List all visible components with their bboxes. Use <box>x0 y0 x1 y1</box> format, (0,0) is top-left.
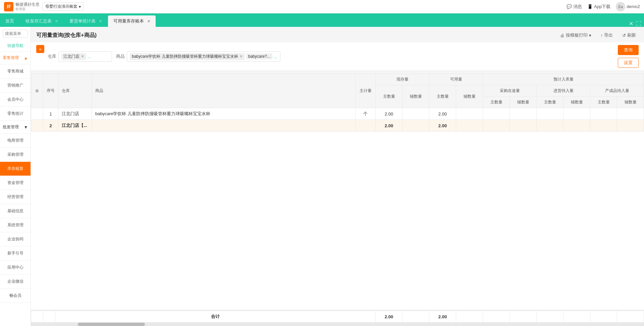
col-group-planned: 预计入库量 <box>483 74 644 85</box>
footer-settings <box>31 311 43 323</box>
print-icon: 🖨 <box>560 33 565 38</box>
filter-expand-btn[interactable]: » <box>36 45 44 53</box>
footer-stock-main: 2.00 <box>376 311 402 323</box>
sidebar-item-zero-sales[interactable]: 零售管理 ▲ <box>0 52 31 64</box>
logo-icon: 好 <box>4 2 13 11</box>
cell-pending-aux <box>564 108 590 120</box>
tab-home[interactable]: 首页 <box>0 15 19 27</box>
sidebar-item-basic-info[interactable]: 基础信息 <box>0 204 31 218</box>
tab-receivable[interactable]: 收发存汇总表 ✕ <box>20 15 63 27</box>
filter-action-btns: 查询 设置 <box>618 45 639 68</box>
footer-avail-main: 2.00 <box>429 311 456 323</box>
sidebar-item-vip-member[interactable]: 畅会员 <box>0 289 31 303</box>
tab-order-stats-close[interactable]: ✕ <box>99 19 102 24</box>
download-icon: 📱 <box>587 4 593 9</box>
cell-unit: 个 <box>356 108 376 120</box>
sidebar-item-wholesale[interactable]: 批发管理 ▼ <box>0 121 31 134</box>
sidebar-item-enterprise-wechat[interactable]: 企业微信 <box>0 275 31 289</box>
product-more[interactable]: ... <box>274 54 277 59</box>
sidebar: 快捷导航 零售管理 ▲ 零售商城 营销推广 会员中心 零售统计 批发管理 ▼ 电… <box>0 27 31 326</box>
sidebar-item-app-center[interactable]: 应用中心 <box>0 261 31 275</box>
col-group-available: 可用量 <box>429 74 483 85</box>
content-area: 可用量查询(按仓库+商品) 🖨 按模板打印 ▾ ↑ 导出 ↺ 刷新 » <box>31 27 644 326</box>
user-menu[interactable]: Ea demo2 <box>616 2 640 11</box>
subtotal-settings <box>31 120 43 132</box>
cell-avail-main: 2.00 <box>429 108 456 120</box>
warehouse-input[interactable]: 江北门店 ✕ ... <box>58 51 112 62</box>
industry-select[interactable]: 母婴行业演示账套 ▾ <box>42 2 84 11</box>
footer-p2a <box>564 311 590 323</box>
warehouse-tag-remove[interactable]: ✕ <box>81 54 84 59</box>
chevron-down-icon: ▾ <box>79 4 81 9</box>
sidebar-item-purchase[interactable]: 采购管理 <box>0 148 31 162</box>
tab-receivable-close[interactable]: ✕ <box>55 19 58 24</box>
print-btn[interactable]: 🖨 按模板打印 ▾ <box>557 31 594 40</box>
tab-order-stats[interactable]: 要货单统计表 ✕ <box>64 15 107 27</box>
col-production-in: 产成品待入量 <box>590 85 644 97</box>
col-purchase-in: 采购在途量 <box>483 85 537 97</box>
table-container: ⚙ 序号 仓库 商品 主计量 现存量 可用量 预计入库量 主数量 辅数量 主数量… <box>31 74 644 310</box>
chevron-down-icon: ▼ <box>24 125 28 130</box>
query-btn[interactable]: 查询 <box>618 45 639 55</box>
footer-p2m <box>537 311 564 323</box>
sidebar-item-retail-stats[interactable]: 零售统计 <box>0 107 31 121</box>
sidebar-item-ecommerce[interactable]: 电商管理 <box>0 134 31 148</box>
page-actions: 🖨 按模板打印 ▾ ↑ 导出 ↺ 刷新 <box>557 31 639 40</box>
tab-inventory-book[interactable]: 可用量库存账本 ✕ <box>108 15 156 27</box>
sidebar-item-fast-nav[interactable]: 快捷导航 <box>0 40 31 52</box>
subtotal-unit <box>356 120 376 132</box>
cell-purchase-main <box>483 108 510 120</box>
sidebar-item-members[interactable]: 会员中心 <box>0 93 31 107</box>
horizontal-scrollbar[interactable] <box>31 323 644 326</box>
col-settings[interactable]: ⚙ <box>31 74 43 108</box>
cell-warehouse: 江北门店 <box>58 108 92 120</box>
chevron-up-icon: ▲ <box>24 56 28 60</box>
sidebar-item-retail-mall[interactable]: 零售商城 <box>0 64 31 79</box>
cell-production-aux <box>617 108 644 120</box>
app-download-btn[interactable]: 📱 App下载 <box>587 4 610 10</box>
subtotal-production-aux <box>617 120 644 132</box>
sidebar-item-inventory[interactable]: 库存核算 <box>0 162 31 176</box>
col-purchase-main: 主数量 <box>483 97 510 108</box>
col-stock-aux: 辅数量 <box>402 85 429 108</box>
subtotal-purchase-aux <box>510 120 537 132</box>
col-avail-aux: 辅数量 <box>456 85 483 108</box>
scrollbar-thumb[interactable] <box>78 323 145 326</box>
warehouse-more[interactable]: ... <box>88 54 91 59</box>
message-icon: 💬 <box>567 4 572 9</box>
product-filter-group: 商品 babycare学饮杯 儿童防摔防撞吸管杯重力球吸嘴杯宝宝水杯 ✕ bab… <box>116 51 280 62</box>
fullscreen-icon[interactable]: ⛶ <box>636 21 641 27</box>
message-btn[interactable]: 💬 消息 <box>567 4 582 10</box>
close-all-icon[interactable]: ✕ <box>629 20 633 27</box>
sidebar-item-sys-manage[interactable]: 系统管理 <box>0 218 31 232</box>
cell-settings <box>31 108 43 120</box>
top-bar: 好 畅捷通好生意 标准版 母婴行业演示账套 ▾ 💬 消息 📱 App下载 Ea … <box>0 0 644 13</box>
page-header: 可用量查询(按仓库+商品) 🖨 按模板打印 ▾ ↑ 导出 ↺ 刷新 <box>31 27 644 42</box>
subtotal-product <box>92 120 356 132</box>
chevron-down-icon: ▾ <box>589 33 591 38</box>
subtotal-stock-main: 2.00 <box>376 120 402 132</box>
col-no: 序号 <box>43 74 58 108</box>
tab-inventory-book-close[interactable]: ✕ <box>147 19 150 24</box>
col-purchase-aux: 辅数量 <box>510 97 537 108</box>
export-icon: ↑ <box>601 33 603 38</box>
sidebar-item-enterprise[interactable]: 企业协同 <box>0 232 31 246</box>
search-input[interactable] <box>3 30 28 38</box>
refresh-btn[interactable]: ↺ 刷新 <box>620 31 639 40</box>
filter-inputs: 仓库 江北门店 ✕ ... 商品 bab <box>48 45 639 68</box>
warehouse-filter-group: 仓库 江北门店 ✕ ... <box>48 51 112 62</box>
footer-label: 合计 <box>55 311 376 323</box>
sidebar-item-marketing[interactable]: 营销推广 <box>0 79 31 93</box>
col-pending-aux: 辅数量 <box>564 97 590 108</box>
cell-pending-main <box>537 108 564 120</box>
sidebar-item-finance[interactable]: 资金管理 <box>0 176 31 190</box>
sidebar-item-new-guide[interactable]: 新手引导 <box>0 246 31 261</box>
page-title: 可用量查询(按仓库+商品) <box>36 32 97 39</box>
product-input[interactable]: babycare学饮杯 儿童防摔防撞吸管杯重力球吸嘴杯宝宝水杯 ✕ babyca… <box>127 51 280 62</box>
product-tag1-remove[interactable]: ✕ <box>239 54 243 59</box>
sidebar-item-operations[interactable]: 经营管理 <box>0 190 31 204</box>
col-pending-main: 主数量 <box>537 97 564 108</box>
setting-btn[interactable]: 设置 <box>618 58 639 68</box>
col-main-unit: 主计量 <box>356 74 376 108</box>
export-btn[interactable]: ↑ 导出 <box>598 31 616 40</box>
